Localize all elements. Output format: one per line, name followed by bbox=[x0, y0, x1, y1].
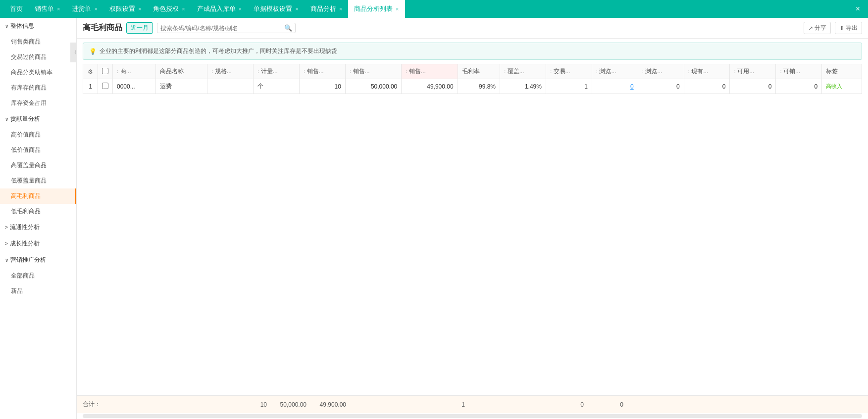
footer-cells: 10 50,000.00 49,900.00 1 0 0 bbox=[231, 401, 862, 408]
close-icon[interactable]: × bbox=[339, 6, 342, 12]
th-current[interactable]: : 现有... bbox=[684, 64, 730, 79]
chevron-right-icon: > bbox=[5, 225, 8, 230]
sidebar-item-in-stock[interactable]: 有库存的商品 bbox=[0, 80, 76, 95]
row-sales-qty: 10 bbox=[299, 79, 345, 94]
chevron-right-icon: > bbox=[5, 241, 8, 246]
th-spec[interactable]: : 规格... bbox=[207, 64, 254, 79]
export-button[interactable]: ⬆ 导出 bbox=[835, 22, 862, 34]
sidebar-item-traded-products[interactable]: 交易过的商品 bbox=[0, 49, 76, 65]
sidebar-item-high-coverage[interactable]: 高覆盖量商品 bbox=[0, 158, 76, 173]
close-icon[interactable]: × bbox=[57, 6, 60, 12]
share-button[interactable]: ↗ 分享 bbox=[804, 22, 831, 34]
footer-browse2 bbox=[509, 401, 548, 408]
chevron-down-icon: ∨ bbox=[5, 23, 8, 29]
nav-role-auth[interactable]: 角色授权 × bbox=[147, 0, 191, 18]
data-table: ⚙ : 商... 商品名称 : 规格... bbox=[83, 64, 862, 94]
sidebar-section-growth[interactable]: > 成长性分析 bbox=[0, 235, 76, 252]
share-icon: ↗ bbox=[808, 25, 813, 32]
nav-home[interactable]: 首页 bbox=[4, 0, 29, 18]
nav-permission-settings[interactable]: 权限设置 × bbox=[103, 0, 147, 18]
nav-product-analysis-list[interactable]: 商品分析列表 × bbox=[348, 0, 405, 18]
footer-total-bar: 合计： 10 50,000.00 49,900.00 1 0 0 bbox=[77, 395, 868, 413]
th-unit[interactable]: : 计量... bbox=[254, 64, 300, 79]
footer-label: 合计： bbox=[83, 400, 231, 409]
footer-gross-rate bbox=[350, 401, 390, 408]
row-spec bbox=[207, 79, 254, 94]
sidebar-item-low-margin[interactable]: 低毛利商品 bbox=[0, 204, 76, 219]
table-row: 1 0000... 运费 个 10 50,000.00 49,900.00 99… bbox=[83, 79, 862, 94]
th-sales-cost[interactable]: : 销售... bbox=[402, 64, 458, 79]
horizontal-scrollbar[interactable] bbox=[83, 414, 862, 418]
th-name[interactable]: 商品名称 bbox=[155, 64, 207, 79]
sidebar-item-inventory-capital[interactable]: 库存资金占用 bbox=[0, 95, 76, 111]
th-coverage[interactable]: : 覆盖... bbox=[500, 64, 546, 79]
settings-icon: ⚙ bbox=[88, 68, 93, 75]
footer-sales-cost: 49,900.00 bbox=[310, 401, 350, 408]
row-saleable: 0 bbox=[776, 79, 822, 94]
search-box: 🔍 bbox=[157, 23, 296, 33]
th-checkbox[interactable] bbox=[98, 64, 113, 79]
page-title: 高毛利商品 bbox=[83, 23, 122, 33]
nav-sales-order[interactable]: 销售单 × bbox=[29, 0, 66, 18]
row-available: 0 bbox=[730, 79, 776, 94]
th-tag[interactable]: 标签 bbox=[822, 64, 862, 79]
nav-purchase-order[interactable]: 进货单 × bbox=[66, 0, 103, 18]
sidebar-item-sales-products[interactable]: 销售类商品 bbox=[0, 34, 76, 49]
row-trade: 1 bbox=[546, 79, 592, 94]
chevron-down-icon: ∨ bbox=[5, 116, 8, 122]
footer-trade: 1 bbox=[429, 401, 469, 408]
table-header-row: ⚙ : 商... 商品名称 : 规格... bbox=[83, 64, 862, 79]
nav-product-inbound[interactable]: 产成品入库单 × bbox=[191, 0, 248, 18]
th-sales-qty[interactable]: : 销售... bbox=[299, 64, 345, 79]
row-tag: 高收入 bbox=[822, 79, 862, 94]
info-banner: 💡 企业的主要的利润都是这部分商品创造的，可考虑加大推广，同时关注库存是不要出现… bbox=[83, 43, 862, 60]
close-icon[interactable]: × bbox=[239, 6, 242, 12]
content-area: 高毛利商品 近一月 🔍 ↗ 分享 ⬆ 导出 💡 企业的主要的利润都是这部分商品创… bbox=[77, 18, 868, 419]
nav-product-analysis[interactable]: 商品分析 × bbox=[305, 0, 348, 18]
row-gross-rate: 99.8% bbox=[458, 79, 500, 94]
row-checkbox[interactable] bbox=[98, 79, 113, 94]
sidebar: 《 ∨ 整体信息 销售类商品 交易过的商品 商品分类助销率 有库存的商品 库存资… bbox=[0, 18, 77, 419]
th-gross-rate[interactable]: 毛利率 bbox=[458, 64, 500, 79]
close-icon[interactable]: × bbox=[182, 6, 185, 12]
sidebar-section-marketing[interactable]: ∨ 营销推广分析 bbox=[0, 252, 76, 268]
select-all-checkbox[interactable] bbox=[102, 68, 108, 74]
sidebar-item-high-margin[interactable]: 高毛利商品 bbox=[0, 188, 76, 204]
close-all-button[interactable]: × bbox=[852, 4, 864, 13]
search-input[interactable] bbox=[160, 25, 284, 32]
top-navigation: 首页 销售单 × 进货单 × 权限设置 × 角色授权 × 产成品入库单 × 单据… bbox=[0, 0, 868, 18]
th-saleable[interactable]: : 可销... bbox=[776, 64, 822, 79]
sidebar-section-circulation[interactable]: > 流通性分析 bbox=[0, 219, 76, 235]
row-select-checkbox[interactable] bbox=[102, 83, 108, 89]
row-sales-amt: 50,000.00 bbox=[345, 79, 401, 94]
sidebar-item-high-value[interactable]: 高价值商品 bbox=[0, 127, 76, 142]
th-settings[interactable]: ⚙ bbox=[83, 64, 98, 79]
sidebar-item-new-products[interactable]: 新品 bbox=[0, 283, 76, 299]
th-code[interactable]: : 商... bbox=[113, 64, 156, 79]
sidebar-collapse-button[interactable]: 《 bbox=[70, 43, 77, 62]
row-coverage: 1.49% bbox=[500, 79, 546, 94]
row-name: 运费 bbox=[155, 79, 207, 94]
sidebar-item-low-value[interactable]: 低价值商品 bbox=[0, 142, 76, 158]
th-sales-amt[interactable]: : 销售... bbox=[345, 64, 401, 79]
nav-template-settings[interactable]: 单据模板设置 × bbox=[248, 0, 304, 18]
close-icon[interactable]: × bbox=[295, 6, 298, 12]
main-layout: 《 ∨ 整体信息 销售类商品 交易过的商品 商品分类助销率 有库存的商品 库存资… bbox=[0, 18, 868, 419]
sidebar-item-low-coverage[interactable]: 低覆盖量商品 bbox=[0, 173, 76, 188]
th-browse2[interactable]: : 浏览... bbox=[638, 64, 684, 79]
sidebar-section-contribution[interactable]: ∨ 贡献量分析 bbox=[0, 111, 76, 127]
th-available[interactable]: : 可用... bbox=[730, 64, 776, 79]
search-icon[interactable]: 🔍 bbox=[284, 24, 292, 32]
sidebar-section-overall[interactable]: ∨ 整体信息 bbox=[0, 18, 76, 34]
close-icon[interactable]: × bbox=[396, 6, 399, 12]
row-sales-cost: 49,900.00 bbox=[402, 79, 458, 94]
filter-recent-month-button[interactable]: 近一月 bbox=[126, 22, 153, 34]
close-icon[interactable]: × bbox=[138, 6, 141, 12]
footer-sales-amt: 50,000.00 bbox=[271, 401, 310, 408]
th-trade[interactable]: : 交易... bbox=[546, 64, 592, 79]
close-icon[interactable]: × bbox=[94, 6, 97, 12]
th-browse1[interactable]: : 浏览... bbox=[592, 64, 638, 79]
row-browse1[interactable]: 0 bbox=[592, 79, 638, 94]
sidebar-item-all-products[interactable]: 全部商品 bbox=[0, 268, 76, 283]
sidebar-item-category-sales-rate[interactable]: 商品分类助销率 bbox=[0, 65, 76, 80]
